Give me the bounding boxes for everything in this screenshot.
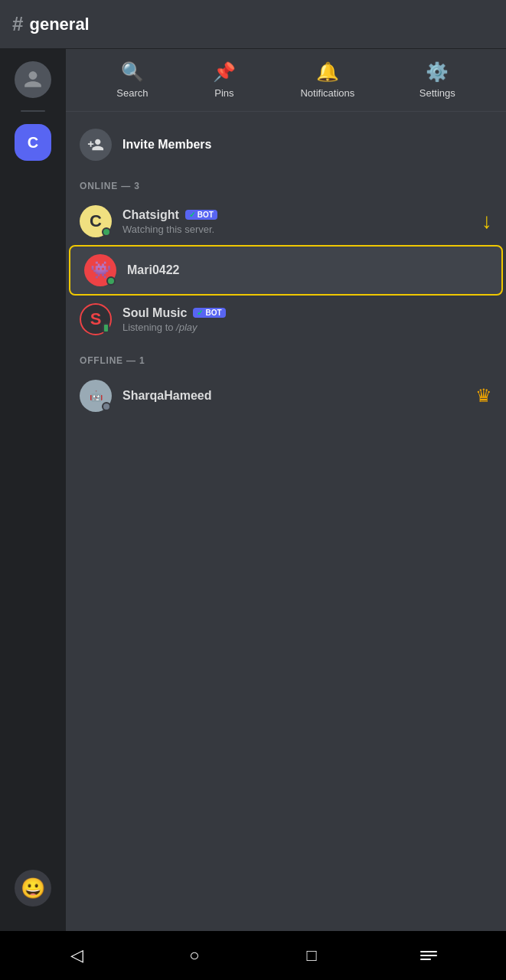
right-panel: 🔍 Search 📌 Pins 🔔 Notifications ⚙️ Setti…: [66, 49, 506, 931]
soul-name-row: Soul Music ✓ BOT: [122, 306, 492, 320]
member-soul-music[interactable]: S Soul Music ✓ BOT Listening to /play: [66, 296, 506, 343]
chatsight-info: Chatsight ✓ BOT Watching this server.: [122, 208, 471, 235]
crown-icon: ♛: [475, 385, 492, 406]
home-button[interactable]: ○: [178, 939, 211, 972]
chatsight-letter: C: [90, 211, 102, 231]
soul-bot-badge: ✓ BOT: [193, 308, 225, 318]
arrow-down-icon: ↓: [482, 209, 492, 233]
pin-icon: 📌: [213, 61, 236, 83]
member-chatsight[interactable]: C Chatsight ✓ BOT Watching this server. …: [66, 198, 506, 245]
menu-icon: [420, 951, 437, 960]
check-icon-soul: ✓: [197, 309, 203, 317]
bell-icon: 🔔: [316, 61, 339, 83]
left-sidebar: C 😀: [0, 49, 66, 931]
status-dot-chatsight: [102, 227, 111, 237]
notifications-label: Notifications: [300, 87, 354, 99]
recents-button[interactable]: □: [295, 939, 328, 972]
chatsight-name-row: Chatsight ✓ BOT: [122, 208, 471, 222]
invite-icon: [80, 129, 112, 161]
soul-name: Soul Music: [122, 306, 187, 320]
soul-s-letter: S: [90, 309, 102, 329]
mario-info: Mari0422: [127, 263, 488, 277]
avatar-mario: 👾: [84, 254, 116, 286]
pins-button[interactable]: 📌 Pins: [213, 61, 236, 99]
soul-status: Listening to /play: [122, 322, 492, 333]
avatar-chatsight: C: [80, 205, 112, 237]
toolbar: 🔍 Search 📌 Pins 🔔 Notifications ⚙️ Setti…: [66, 49, 506, 112]
member-sharqa[interactable]: 🤖 SharqaHameed ♛: [66, 372, 506, 420]
sidebar-divider: [21, 110, 45, 112]
person-icon: [23, 70, 43, 90]
invite-members-row[interactable]: Invite Members: [66, 121, 506, 168]
pins-label: Pins: [214, 87, 233, 99]
sidebar-bottom: 😀: [15, 870, 51, 919]
sharqa-info: SharqaHameed: [122, 389, 465, 403]
chatsight-bot-badge: ✓ BOT: [185, 210, 217, 220]
menu-button[interactable]: [412, 939, 446, 972]
avatar-sharqa: 🤖: [80, 380, 112, 412]
members-panel: Invite Members ONLINE — 3 C Chatsight: [66, 112, 506, 931]
settings-label: Settings: [419, 87, 455, 99]
server-letter: C: [28, 134, 38, 152]
sharqa-name-row: SharqaHameed: [122, 389, 465, 403]
user-avatar-icon[interactable]: [15, 61, 51, 98]
gear-icon: ⚙️: [426, 61, 449, 83]
search-label: Search: [116, 87, 148, 99]
mario-name: Mari0422: [127, 263, 180, 277]
chatsight-arrow: ↓: [482, 209, 492, 234]
soul-info: Soul Music ✓ BOT Listening to /play: [122, 306, 492, 333]
channel-name: general: [29, 15, 89, 34]
notifications-button[interactable]: 🔔 Notifications: [300, 61, 354, 99]
add-person-icon: [87, 136, 104, 153]
sharqa-crown: ♛: [475, 385, 492, 407]
search-icon: 🔍: [121, 61, 144, 83]
chatsight-name: Chatsight: [122, 208, 179, 222]
status-dot-soul: [103, 323, 109, 333]
offline-section-header: OFFLINE — 1: [66, 343, 506, 372]
server-icon-active[interactable]: C: [15, 124, 51, 161]
top-bar: # general: [0, 0, 506, 49]
hash-icon: #: [12, 12, 23, 36]
mario-name-row: Mari0422: [127, 263, 488, 277]
status-dot-mario: [106, 276, 116, 286]
check-icon: ✓: [189, 211, 195, 219]
emoji-icon[interactable]: 😀: [15, 870, 51, 906]
search-button[interactable]: 🔍 Search: [116, 61, 148, 99]
bottom-nav: ◁ ○ □: [0, 931, 506, 980]
sharqa-name: SharqaHameed: [122, 389, 212, 403]
online-section-header: ONLINE — 3: [66, 168, 506, 198]
status-dot-sharqa: [102, 402, 111, 411]
main-layout: C 😀 🔍 Search 📌 Pins 🔔 Notifications ⚙️ S…: [0, 49, 506, 931]
invite-label: Invite Members: [122, 138, 211, 152]
member-mario[interactable]: 👾 Mari0422: [70, 247, 501, 294]
back-button[interactable]: ◁: [60, 939, 94, 972]
settings-button[interactable]: ⚙️ Settings: [419, 61, 455, 99]
avatar-soul-music: S: [80, 303, 112, 335]
chatsight-status: Watching this server.: [122, 224, 471, 235]
